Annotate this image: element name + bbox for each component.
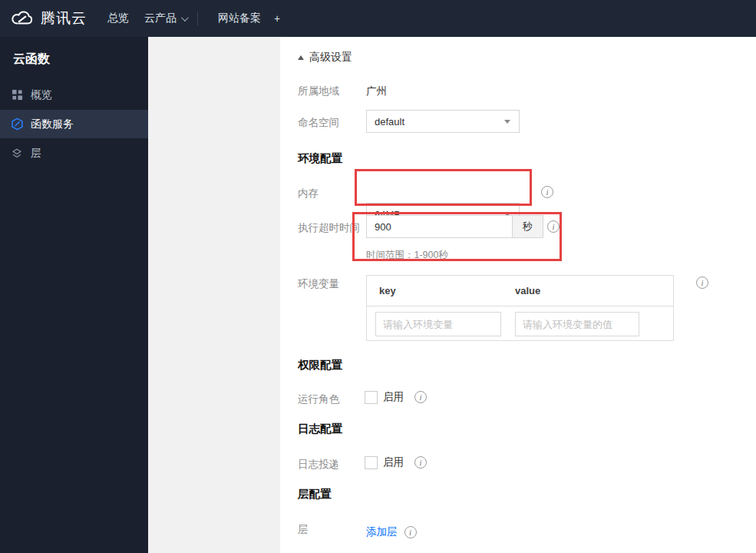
sidebar-title: 云函数 [13,51,50,68]
log-shipping-enable-row: 启用 i [365,455,427,469]
sidebar-item-label: 概览 [31,88,52,102]
region-value: 广州 [366,84,387,98]
timeout-input-group: 秒 [366,215,543,238]
run-role-info-icon[interactable]: i [414,391,427,403]
region-label: 所属地域 [298,84,339,98]
sidebar-item-label: 函数服务 [31,118,74,131]
envvar-table: key value [366,275,674,341]
timeout-input[interactable] [366,215,513,238]
log-shipping-info-icon[interactable]: i [414,456,427,469]
run-role-enable-checkbox[interactable] [365,391,378,404]
nav-item-overview[interactable]: 总览 [107,0,129,37]
brand-logo[interactable]: 腾讯云 [10,0,87,37]
envvar-value-input[interactable] [515,312,639,336]
nav-item-cloud-products[interactable]: 云产品 [144,0,187,37]
env-config-section-title: 环境配置 [298,151,342,166]
envvar-table-row [367,306,673,340]
layer-config-section-title: 层配置 [298,487,332,502]
timeout-label: 执行超时时间 [298,221,360,235]
run-role-enable-row: 启用 i [365,390,427,404]
envvar-value-header: value [515,285,540,296]
run-role-enable-label: 启用 [383,390,404,404]
sidebar-item-label: 层 [31,147,41,161]
nav-item-icp-filing[interactable]: 网站备案 [218,0,261,37]
function-hexagon-icon [10,118,24,131]
timeout-unit-addon: 秒 [513,215,543,238]
sidebar-item-function-service[interactable]: 函数服务 [0,110,148,138]
plus-icon: + [274,12,280,25]
memory-info-icon[interactable]: i [541,186,553,198]
envvar-key-input[interactable] [375,312,501,336]
namespace-select[interactable]: default [366,110,520,133]
add-layer-row: 添加层 i [366,525,417,539]
envvar-key-header: key [379,285,396,296]
layer-label: 层 [298,523,309,537]
triangle-up-icon [298,55,304,60]
add-layer-link[interactable]: 添加层 [366,525,398,539]
memory-label: 内存 [298,187,319,200]
add-tab-button[interactable]: + [274,0,280,37]
grid-icon [10,88,24,102]
perm-config-section-title: 权限配置 [298,358,342,373]
timeout-hint: 时间范围：1-900秒 [366,249,448,262]
namespace-label: 命名空间 [298,116,339,130]
advanced-settings-label: 高级设置 [309,51,352,65]
envvar-info-icon[interactable]: i [696,276,708,289]
sidebar: 云函数 概览 函数服务 层 [0,37,148,553]
envvar-table-header: key value [367,276,673,306]
layers-icon [10,147,24,161]
log-shipping-label: 日志投递 [298,458,339,472]
run-role-label: 运行角色 [298,392,339,406]
sidebar-item-layers[interactable]: 层 [0,139,148,167]
log-shipping-enable-checkbox[interactable] [365,456,378,469]
add-layer-info-icon[interactable]: i [404,526,417,538]
chevron-down-icon [504,120,510,124]
chevron-down-icon [181,14,189,22]
sidebar-item-overview[interactable]: 概览 [0,81,148,109]
top-navbar: 腾讯云 总览 云产品 网站备案 + [0,0,756,37]
collapsed-side-panel [148,37,280,553]
advanced-settings-toggle[interactable]: 高级设置 [298,51,352,65]
cloud-logo-icon [10,8,35,29]
log-shipping-enable-label: 启用 [383,455,404,469]
brand-name: 腾讯云 [41,8,87,28]
log-config-section-title: 日志配置 [298,422,342,436]
topbar-divider [197,12,198,25]
envvar-label: 环境变量 [298,277,339,291]
namespace-selected-value: default [375,116,404,127]
memory-highlight-box [355,169,532,206]
function-config-form: 高级设置 所属地域 广州 命名空间 default 环境配置 内存 64MB i… [280,37,756,553]
timeout-info-icon[interactable]: i [547,220,560,233]
